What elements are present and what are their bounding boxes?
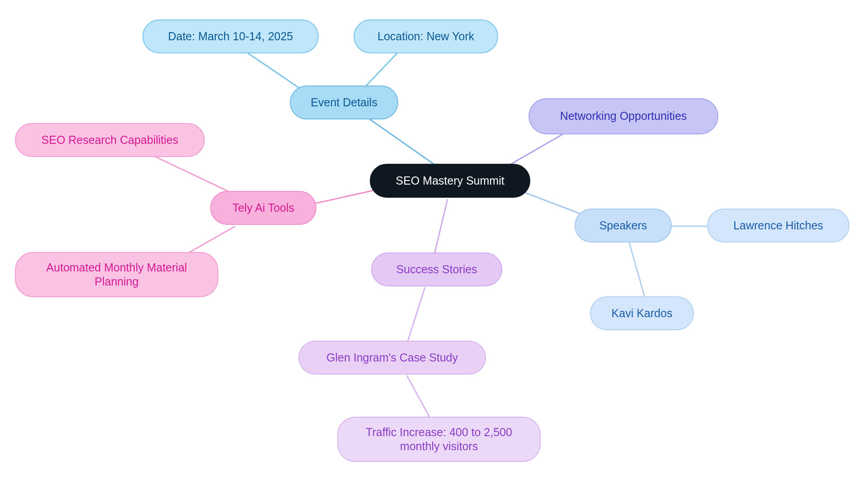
- node-label: Kavi Kardos: [612, 306, 673, 320]
- node-label: Success Stories: [396, 262, 477, 276]
- node-speaker-kavi[interactable]: Kavi Kardos: [590, 296, 694, 330]
- node-tely-tools[interactable]: Tely Ai Tools: [210, 191, 316, 225]
- node-label: Tely Ai Tools: [232, 201, 294, 215]
- node-networking[interactable]: Networking Opportunities: [528, 98, 718, 134]
- node-label: Lawrence Hitches: [733, 219, 823, 233]
- node-label: Location: New York: [377, 29, 474, 43]
- svg-line-7: [434, 199, 448, 256]
- svg-line-11: [149, 154, 235, 195]
- svg-line-8: [407, 287, 425, 344]
- node-label: Date: March 10-14, 2025: [168, 29, 293, 43]
- node-event-location[interactable]: Location: New York: [354, 19, 498, 53]
- node-label: Speakers: [599, 219, 647, 233]
- node-tely-research[interactable]: SEO Research Capabilities: [15, 123, 205, 157]
- root-label: SEO Mastery Summit: [396, 174, 504, 188]
- node-success-stories[interactable]: Success Stories: [371, 252, 502, 286]
- node-label: SEO Research Capabilities: [42, 133, 179, 147]
- node-label: Glen Ingram's Case Study: [326, 351, 458, 365]
- node-label: Event Details: [311, 95, 377, 109]
- svg-line-6: [628, 240, 646, 303]
- node-label: Networking Opportunities: [560, 109, 687, 123]
- node-event-details[interactable]: Event Details: [290, 86, 398, 119]
- svg-line-2: [362, 48, 402, 90]
- node-speaker-lawrence[interactable]: Lawrence Hitches: [707, 209, 849, 243]
- node-speakers[interactable]: Speakers: [575, 209, 672, 243]
- root-node[interactable]: SEO Mastery Summit: [370, 164, 530, 198]
- svg-line-1: [240, 48, 303, 90]
- node-success-traffic[interactable]: Traffic Increase: 400 to 2,500 monthly v…: [337, 417, 541, 462]
- node-tely-planning[interactable]: Automated Monthly Material Planning: [15, 252, 218, 297]
- node-event-date[interactable]: Date: March 10-14, 2025: [142, 19, 319, 53]
- node-label: Automated Monthly Material Planning: [46, 261, 187, 289]
- mindmap-canvas: SEO Mastery Summit Event Details Date: M…: [0, 0, 868, 490]
- node-label: Traffic Increase: 400 to 2,500 monthly v…: [366, 425, 512, 454]
- node-success-case[interactable]: Glen Ingram's Case Study: [298, 341, 486, 375]
